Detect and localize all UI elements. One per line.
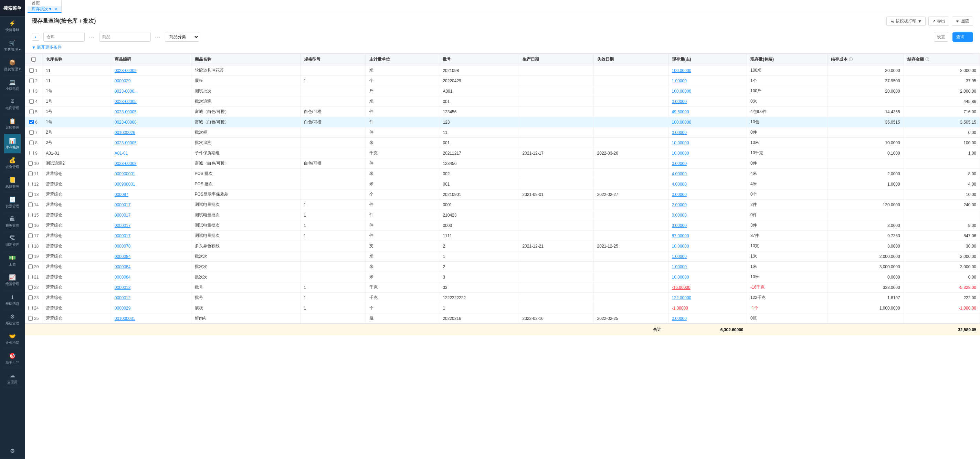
- table-row[interactable]: 9A01-01A01-01子件保质期组千克202112172021-12-172…: [25, 148, 980, 158]
- category-select[interactable]: 商品分类: [165, 32, 199, 41]
- sidebar-item-16[interactable]: 🤝 企业协同: [4, 330, 21, 349]
- cell-6-2[interactable]: 001000026: [111, 128, 191, 138]
- info-icon-11[interactable]: ⓘ: [849, 57, 853, 62]
- sidebar-item-11[interactable]: 🏗 固定资产: [4, 232, 21, 251]
- search-button[interactable]: 查询: [953, 32, 973, 41]
- sidebar-item-17[interactable]: 🎯 新手引导: [4, 349, 21, 369]
- table-row[interactable]: 2110000029展板1个202204291.000001个37.950037…: [25, 76, 980, 86]
- cell-3-2[interactable]: 0023-00005: [111, 96, 191, 107]
- cell-2-0[interactable]: 3: [25, 86, 42, 96]
- sidebar-item-13[interactable]: 📈 经营管理: [4, 271, 21, 290]
- cell-4-9[interactable]: 49.60000: [668, 107, 747, 117]
- table-row[interactable]: 13营营综仓000097POS显示率保质差个202109012021-09-01…: [25, 190, 980, 200]
- sidebar-item-1[interactable]: 🛒 零售管理 ▾: [4, 36, 21, 56]
- toggle-button[interactable]: 👁 显隐: [952, 16, 973, 26]
- cell-10-0[interactable]: 11: [25, 169, 42, 179]
- cell-21-2[interactable]: 0000012: [111, 282, 191, 293]
- sidebar-item-15[interactable]: ⚙ 系统管理: [4, 310, 21, 330]
- select-all-checkbox[interactable]: [31, 57, 36, 62]
- table-row[interactable]: 31号0023-0000...测试批次斤A001100.00000100斤20.…: [25, 86, 980, 96]
- cell-16-9[interactable]: 87.00000: [668, 231, 747, 241]
- cell-7-9[interactable]: 10.00000: [668, 138, 747, 148]
- cell-23-2[interactable]: 0000029: [111, 303, 191, 313]
- table-row[interactable]: 14营营综仓0000017测试电量批次1件00012.000002件120.00…: [25, 200, 980, 210]
- cell-23-9[interactable]: -1.00000: [668, 303, 747, 313]
- cell-19-9[interactable]: 1.00000: [668, 262, 747, 272]
- cell-23-0[interactable]: 24: [25, 303, 42, 313]
- sidebar-item-0[interactable]: ⚡ 快捷导航: [4, 16, 21, 36]
- cell-18-9[interactable]: 1.00000: [668, 251, 747, 262]
- table-row[interactable]: 19营营综仓0000084批次次米11.000001米2,000.00002,0…: [25, 251, 980, 262]
- cell-8-0[interactable]: 9: [25, 148, 42, 158]
- cell-3-9[interactable]: 0.00000: [668, 96, 747, 107]
- cell-4-2[interactable]: 0023-00005: [111, 107, 191, 117]
- sidebar-logo[interactable]: 搜索菜单: [0, 0, 25, 16]
- table-row[interactable]: 41号0023-00005批次追溯米0010.000000米445.86: [25, 96, 980, 107]
- cell-24-0[interactable]: 25: [25, 313, 42, 324]
- table-row[interactable]: 22营营综仓0000012批号1千克33-16.00000-16千克333.00…: [25, 282, 980, 293]
- table-row[interactable]: 82号0023-00005批次追溯米00110.0000010米10.00001…: [25, 138, 980, 148]
- cell-22-9[interactable]: 122.00000: [668, 293, 747, 303]
- table-row[interactable]: 10测试追溯20023-00008富诚（白色/可橙）白色/可橙件1234560.…: [25, 158, 980, 169]
- table-row[interactable]: 61号0023-00008富诚（白色/可橙）白色/可橙件123100.00000…: [25, 117, 980, 128]
- table-row[interactable]: 17营营综仓0000017测试电量批次1件111187.0000087件9.73…: [25, 231, 980, 241]
- sidebar-item-14[interactable]: ℹ 基础信息: [4, 290, 21, 310]
- cell-19-0[interactable]: 20: [25, 262, 42, 272]
- cell-4-0[interactable]: 5: [25, 107, 42, 117]
- cell-3-0[interactable]: 4: [25, 96, 42, 107]
- cell-13-0[interactable]: 14: [25, 200, 42, 210]
- cell-11-0[interactable]: 12: [25, 179, 42, 190]
- table-container[interactable]: 仓库名称商品编码商品名称规格型号主计量单位批号生产日期失效日期现存量(主)现存量…: [25, 54, 980, 459]
- cell-1-0[interactable]: 2: [25, 76, 42, 86]
- cell-15-2[interactable]: 0000017: [111, 220, 191, 231]
- sidebar-item-settings[interactable]: ⚙: [0, 444, 25, 459]
- cell-20-2[interactable]: 0000084: [111, 272, 191, 282]
- cell-0-0[interactable]: 1: [25, 65, 42, 76]
- cell-14-2[interactable]: 0000017: [111, 210, 191, 220]
- table-row[interactable]: 18营营综仓0000078多头异色软线支22021-12-212021-12-2…: [25, 241, 980, 251]
- cell-8-2[interactable]: A01-01: [111, 148, 191, 158]
- cell-12-0[interactable]: 13: [25, 190, 42, 200]
- cell-9-9[interactable]: 0.00000: [668, 158, 747, 169]
- cell-5-0[interactable]: 6: [25, 117, 42, 128]
- cell-20-9[interactable]: 10.00000: [668, 272, 747, 282]
- cell-17-0[interactable]: 18: [25, 241, 42, 251]
- table-row[interactable]: 51号0023-00005富诚（白色/可橙）白色/可橙件12345649.600…: [25, 107, 980, 117]
- cell-9-0[interactable]: 10: [25, 158, 42, 169]
- table-row[interactable]: 15营营综仓0000017测试电量批次1件2104230.000000件: [25, 210, 980, 220]
- cell-18-2[interactable]: 0000084: [111, 251, 191, 262]
- cell-24-9[interactable]: 0.00000: [668, 313, 747, 324]
- cell-16-0[interactable]: 17: [25, 231, 42, 241]
- cell-15-0[interactable]: 16: [25, 220, 42, 231]
- cell-17-9[interactable]: 10.00000: [668, 241, 747, 251]
- table-row[interactable]: 1110023-00009软胶道具冲花苔米2021098100.00000100…: [25, 65, 980, 76]
- cell-13-2[interactable]: 0000017: [111, 200, 191, 210]
- cell-0-9[interactable]: 100.00000: [668, 65, 747, 76]
- sidebar-item-9[interactable]: 🧾 发票管理: [4, 193, 21, 212]
- cell-10-9[interactable]: 4.00000: [668, 169, 747, 179]
- filter-nav-left[interactable]: ›: [32, 33, 39, 41]
- cell-1-2[interactable]: 0000029: [111, 76, 191, 86]
- cell-13-9[interactable]: 2.00000: [668, 200, 747, 210]
- cell-1-9[interactable]: 1.00000: [668, 76, 747, 86]
- cell-2-2[interactable]: 0023-0000...: [111, 86, 191, 96]
- table-row[interactable]: 20营营综仓0000084批次次米21.000001米3,000.00003,0…: [25, 262, 980, 272]
- cell-18-0[interactable]: 19: [25, 251, 42, 262]
- sidebar-item-4[interactable]: 🖥 电商管理: [4, 95, 21, 114]
- export-button[interactable]: ↗ 导出: [928, 16, 949, 26]
- table-row[interactable]: 23营营综仓0000012批号1千克1222222222122.00000122…: [25, 293, 980, 303]
- cell-15-9[interactable]: 3.00000: [668, 220, 747, 231]
- sidebar-item-3[interactable]: 💻 小额电商: [4, 75, 21, 95]
- cell-6-0[interactable]: 7: [25, 128, 42, 138]
- cell-20-0[interactable]: 21: [25, 272, 42, 282]
- sidebar-item-2[interactable]: 📦 批发管理 ▾: [4, 56, 21, 75]
- cell-5-2[interactable]: 0023-00008: [111, 117, 191, 128]
- cell-16-2[interactable]: 0000017: [111, 231, 191, 241]
- cell-2-9[interactable]: 100.00000: [668, 86, 747, 96]
- table-row[interactable]: 24营营综仓0000029展板1个1-1.00000-1个1,000.0000-…: [25, 303, 980, 313]
- cell-7-2[interactable]: 0023-00005: [111, 138, 191, 148]
- cell-10-2[interactable]: 000900001: [111, 169, 191, 179]
- sidebar-item-18[interactable]: ☁ 云应用: [4, 369, 21, 389]
- table-row[interactable]: 72号001000026批次柜件110.000000件0.00: [25, 128, 980, 138]
- sidebar-item-8[interactable]: 📒 总账管理: [4, 173, 21, 193]
